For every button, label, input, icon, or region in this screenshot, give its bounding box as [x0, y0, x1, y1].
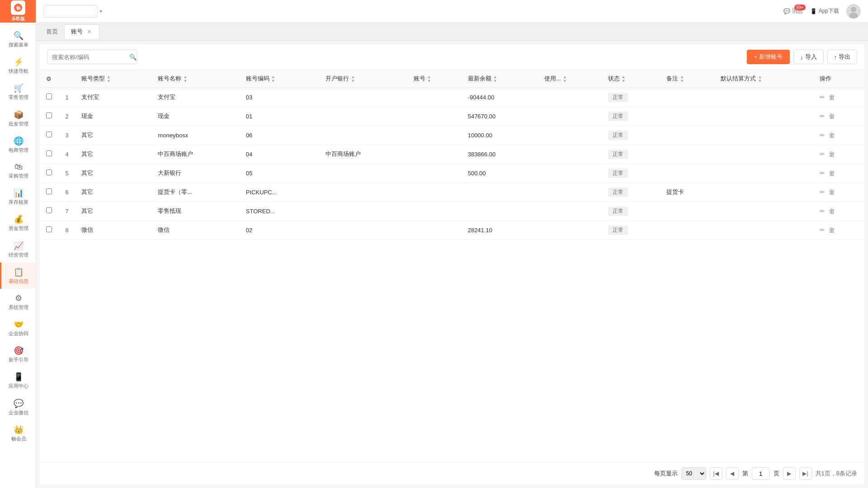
delete-icon-2[interactable]: 🗑 — [829, 131, 835, 139]
page-content: 🔍 + 新增账号 ↓ 导入 ↑ 导出 — [40, 44, 864, 484]
row-check-2[interactable] — [46, 131, 52, 137]
prev-page-button[interactable]: ◀ — [726, 467, 739, 480]
add-account-button[interactable]: + 新增账号 — [747, 50, 790, 64]
workspace-chevron-icon: ▾ — [99, 8, 102, 14]
page-label: 第 — [742, 469, 748, 478]
export-button[interactable]: ↑ 导出 — [827, 50, 858, 64]
th-type[interactable]: 账号类型▲▼ — [76, 70, 152, 88]
row-check-1[interactable] — [46, 113, 52, 118]
workspace-search[interactable] — [43, 5, 98, 18]
row-usage-5 — [539, 183, 603, 202]
sidebar-item-operations[interactable]: 📈经营管理 — [0, 236, 36, 263]
sidebar-item-newbie-guide[interactable]: 🎯新手引导 — [0, 341, 36, 367]
row-check-0[interactable] — [46, 94, 52, 99]
search-button[interactable]: 🔍 — [127, 51, 139, 63]
row-check-6[interactable] — [46, 207, 52, 213]
row-index-0: 1 — [58, 88, 76, 107]
edit-icon-5[interactable]: ✏ — [820, 188, 825, 196]
edit-icon-1[interactable]: ✏ — [820, 113, 825, 120]
sidebar-item-system[interactable]: ⚙系统管理 — [0, 289, 36, 315]
delete-icon-7[interactable]: 🗑 — [829, 226, 835, 234]
page-input[interactable] — [752, 467, 770, 480]
sidebar-item-app-center[interactable]: 📱应用中心 — [0, 367, 36, 394]
row-code-6: STORED... — [241, 202, 321, 221]
row-type-1: 现金 — [76, 107, 152, 126]
last-page-button[interactable]: ▶| — [799, 467, 812, 480]
th-name[interactable]: 账号名称▲▼ — [152, 70, 240, 88]
edit-icon-6[interactable]: ✏ — [820, 207, 825, 215]
import-button[interactable]: ↓ 导入 — [793, 50, 824, 64]
message-button[interactable]: 💬 消息 99+ — [783, 7, 803, 15]
row-name-3: 中百商场账户 — [152, 145, 240, 164]
app-download-button[interactable]: 📱 App下载 — [810, 7, 839, 15]
delete-icon-1[interactable]: 🗑 — [829, 113, 835, 120]
tab-close-account[interactable]: ✕ — [85, 28, 93, 35]
th-bank[interactable]: 开户银行▲▼ — [320, 70, 408, 88]
row-account-no-0 — [408, 88, 462, 107]
row-account-no-3 — [408, 145, 462, 164]
edit-icon-7[interactable]: ✏ — [820, 226, 825, 234]
next-page-button[interactable]: ▶ — [783, 467, 796, 480]
th-account-no[interactable]: 账号▲▼ — [408, 70, 462, 88]
edit-icon-0[interactable]: ✏ — [820, 94, 825, 101]
tab-home[interactable]: 首页 — [40, 24, 64, 39]
sidebar-label-retail: 零售管理 — [9, 94, 28, 100]
th-code[interactable]: 账号编码▲▼ — [241, 70, 321, 88]
delete-icon-3[interactable]: 🗑 — [829, 150, 835, 158]
row-checkbox-0[interactable] — [40, 88, 58, 107]
row-checkbox-5[interactable] — [40, 183, 58, 202]
sidebar-label-wholesale: 批发管理 — [9, 121, 28, 127]
tab-account[interactable]: 账号✕ — [64, 24, 99, 39]
row-check-5[interactable] — [46, 188, 52, 194]
row-checkbox-3[interactable] — [40, 145, 58, 164]
first-page-button[interactable]: |◀ — [710, 467, 722, 480]
edit-icon-3[interactable]: ✏ — [820, 150, 825, 158]
edit-icon-4[interactable]: ✏ — [820, 169, 825, 177]
sidebar-item-ecommerce[interactable]: 🌐电商管理 — [0, 131, 36, 158]
row-checkbox-7[interactable] — [40, 221, 58, 239]
row-checkbox-4[interactable] — [40, 164, 58, 183]
row-checkbox-6[interactable] — [40, 202, 58, 221]
search-input[interactable] — [47, 50, 137, 64]
status-badge-4: 正常 — [608, 169, 628, 178]
row-account-no-4 — [408, 164, 462, 183]
sidebar-item-finance[interactable]: 💰资金管理 — [0, 210, 36, 236]
logo-icon: 畅 — [11, 0, 25, 15]
per-page-select[interactable]: 50 100 200 — [681, 467, 706, 480]
row-check-3[interactable] — [46, 150, 52, 156]
status-badge-3: 正常 — [608, 150, 628, 159]
th-default-settlement[interactable]: 默认结算方式▲▼ — [715, 70, 814, 88]
row-type-7: 微信 — [76, 221, 152, 239]
row-type-6: 其它 — [76, 202, 152, 221]
th-remark[interactable]: 备注▲▼ — [661, 70, 715, 88]
sidebar-item-purchase[interactable]: 🛍采购管理 — [0, 158, 36, 183]
workspace-dropdown[interactable]: ▾ — [43, 5, 102, 18]
table-container: ⚙ 账号类型▲▼ 账号名称▲▼ 账号编码▲▼ 开户银行▲▼ 账号▲▼ 最新余额▲… — [40, 70, 864, 462]
delete-icon-0[interactable]: 🗑 — [829, 94, 835, 101]
edit-icon-2[interactable]: ✏ — [820, 131, 825, 139]
sidebar-item-enterprise-wechat[interactable]: 💬企业微信 — [0, 394, 36, 420]
sidebar-item-inventory[interactable]: 📊库存核算 — [0, 183, 36, 210]
delete-icon-5[interactable]: 🗑 — [829, 188, 835, 196]
sidebar-item-quick-nav[interactable]: ⚡快捷导航 — [0, 52, 36, 79]
row-index-1: 2 — [58, 107, 76, 126]
row-checkbox-1[interactable] — [40, 107, 58, 126]
th-usage[interactable]: 使用...▲▼ — [539, 70, 603, 88]
sidebar-item-enterprise-agreement[interactable]: 🤝企业协同 — [0, 315, 36, 341]
th-settings[interactable]: ⚙ — [40, 70, 58, 88]
sidebar-item-wholesale[interactable]: 📦批发管理 — [0, 105, 36, 131]
row-checkbox-2[interactable] — [40, 126, 58, 145]
sidebar-item-vip[interactable]: 👑畅会员 — [0, 420, 36, 446]
th-balance[interactable]: 最新余额▲▼ — [462, 70, 539, 88]
row-check-4[interactable] — [46, 169, 52, 175]
row-type-4: 其它 — [76, 164, 152, 183]
th-status[interactable]: 状态▲▼ — [603, 70, 661, 88]
delete-icon-4[interactable]: 🗑 — [829, 169, 835, 177]
sidebar-label-enterprise-agreement: 企业协同 — [9, 331, 28, 337]
row-check-7[interactable] — [46, 226, 52, 232]
sidebar-item-retail[interactable]: 🛒零售管理 — [0, 79, 36, 105]
delete-icon-6[interactable]: 🗑 — [829, 207, 835, 215]
sidebar-item-search-menu[interactable]: 🔍搜索菜单 — [0, 26, 36, 52]
sidebar-item-basic-info[interactable]: 📋基础信息 — [0, 263, 36, 289]
user-avatar[interactable] — [846, 4, 861, 19]
